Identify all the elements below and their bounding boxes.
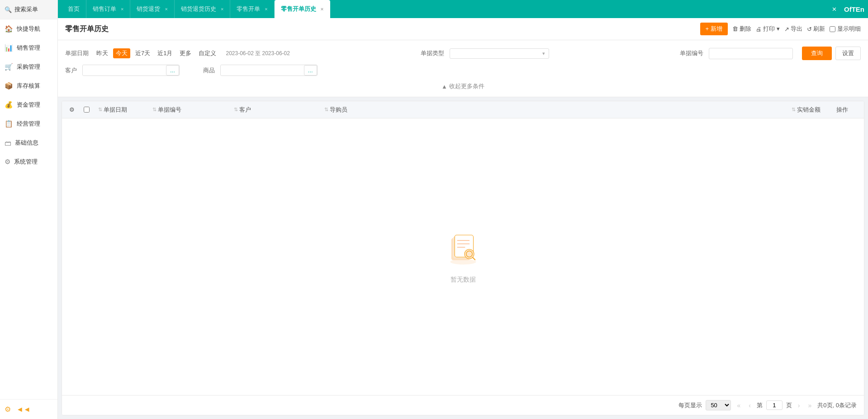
goods-ellipsis[interactable]: ... xyxy=(304,65,317,75)
query-button[interactable]: 查询 xyxy=(802,47,832,60)
tab-sales-return-close[interactable]: × xyxy=(165,6,167,12)
th-amount[interactable]: ⇅ 实销金额 xyxy=(770,106,824,114)
date-btn-more[interactable]: 更多 xyxy=(177,48,194,58)
page-label: 第 xyxy=(757,401,763,410)
toolbar-actions: + 新增 🗑 删除 🖨 🖨 打印 打印 ▾ ↗ 导出 ↺ 刷新 显示 xyxy=(700,23,861,35)
th-customer[interactable]: ⇅ 客户 xyxy=(230,106,321,114)
tab-sales-return-label: 销货退货 xyxy=(137,5,160,13)
settings-icon: ⚙ xyxy=(69,106,75,113)
sort-icon: ⇅ xyxy=(98,107,102,113)
date-label: 单据日期 xyxy=(65,49,89,57)
refresh-button[interactable]: ↺ 刷新 xyxy=(807,25,825,33)
goods-label: 商品 xyxy=(203,66,215,75)
per-page-select[interactable]: 50 10 20 100 xyxy=(706,400,731,410)
last-page-button[interactable]: » xyxy=(806,401,814,410)
sidebar-item-purchase-mgmt[interactable]: 🛒 采购管理 xyxy=(0,57,57,76)
print-button[interactable]: 🖨 🖨 打印 打印 ▾ xyxy=(756,25,780,33)
prev-page-button[interactable]: ‹ xyxy=(746,401,753,410)
tab-retail-open-close[interactable]: × xyxy=(265,6,267,12)
sys-icon: ⚙ xyxy=(5,158,10,166)
sidebar-item-sales-mgmt[interactable]: 📊 销售管理 xyxy=(0,38,57,57)
th-sno-label: 单据编号 xyxy=(158,106,181,114)
empty-state: 暂无数据 xyxy=(443,230,484,284)
page-suffix: 页 xyxy=(786,401,792,410)
table-header: ⚙ ⇅ 单据日期 ⇅ 单据编号 ⇅ 客户 ⇅ xyxy=(62,101,864,118)
tab-sales-return-history-close[interactable]: × xyxy=(221,6,223,12)
delete-button[interactable]: 🗑 删除 xyxy=(732,25,752,33)
tab-home[interactable]: 首页 xyxy=(62,0,86,18)
collapse-sidebar-icon[interactable]: ◄◄ xyxy=(16,405,31,414)
sidebar-item-finance[interactable]: 💰 资金管理 xyxy=(0,95,57,114)
table-body: 暂无数据 xyxy=(62,118,864,395)
sidebar-item-label: 销售管理 xyxy=(17,44,40,52)
sales-icon: 📊 xyxy=(5,44,13,52)
setting-button[interactable]: 设置 xyxy=(835,47,861,60)
tab-sales-return[interactable]: 销货退货 × xyxy=(130,0,174,18)
tab-sales-order[interactable]: 销售订单 × xyxy=(86,0,130,18)
date-btn-1month[interactable]: 近1月 xyxy=(155,48,175,58)
customer-ellipsis[interactable]: ... xyxy=(166,65,179,75)
date-btn-today[interactable]: 今天 xyxy=(113,48,130,58)
tab-retail-open-history[interactable]: 零售开单历史 × xyxy=(275,0,330,18)
topbar: 首页 销售订单 × 销货退货 × 销货退货历史 × 零售开单 × 零售开单历史 … xyxy=(58,0,868,18)
pagination: 每页显示 50 10 20 100 « ‹ 第 1 页 › » 共0页, 0条记… xyxy=(62,395,864,415)
date-range: 2023-06-02 至 2023-06-02 xyxy=(226,50,289,57)
date-btn-7days[interactable]: 近7天 xyxy=(133,48,152,58)
th-sno[interactable]: ⇅ 单据编号 xyxy=(149,106,230,114)
sidebar-search-label: 搜索采单 xyxy=(14,5,38,14)
date-btn-custom[interactable]: 自定义 xyxy=(196,48,218,58)
sidebar-item-label: 库存核算 xyxy=(17,82,40,90)
th-action-label: 操作 xyxy=(836,106,848,114)
th-salesperson[interactable]: ⇅ 导购员 xyxy=(321,106,375,114)
add-button[interactable]: + 新增 xyxy=(700,23,728,35)
select-all-checkbox[interactable] xyxy=(84,107,90,113)
topbar-close-all[interactable]: ✕ xyxy=(832,6,837,13)
th-amount-label: 实销金额 xyxy=(797,106,821,114)
th-action: 操作 xyxy=(824,106,860,114)
tab-sales-order-close[interactable]: × xyxy=(121,6,123,12)
refresh-label: 刷新 xyxy=(813,25,825,33)
goods-input[interactable] xyxy=(221,65,304,75)
th-checkbox[interactable] xyxy=(80,107,95,113)
settings-icon[interactable]: ⚙ xyxy=(5,405,11,414)
sidebar-item-quick-nav[interactable]: 🏠 快捷导航 xyxy=(0,19,57,38)
doc-no-input[interactable] xyxy=(709,48,793,59)
tab-retail-open[interactable]: 零售开单 × xyxy=(230,0,274,18)
sidebar-item-sys-mgmt[interactable]: ⚙ 系统管理 xyxy=(0,152,57,171)
main-area: 首页 销售订单 × 销货退货 × 销货退货历史 × 零售开单 × 零售开单历史 … xyxy=(58,0,868,419)
filter-area: 单据日期 昨天 今天 近7天 近1月 更多 自定义 2023-06-02 至 2… xyxy=(58,40,868,97)
th-settings[interactable]: ⚙ xyxy=(66,106,80,113)
tab-sales-order-label: 销售订单 xyxy=(93,5,116,13)
customer-input[interactable] xyxy=(83,65,166,75)
display-detail-checkbox[interactable] xyxy=(830,26,835,32)
inventory-icon: 📦 xyxy=(5,82,13,90)
tab-sales-return-history[interactable]: 销货退货历史 × xyxy=(175,0,230,18)
export-label: 导出 xyxy=(791,25,802,33)
chevron-up-icon: ▲ xyxy=(441,83,447,90)
purchase-icon: 🛒 xyxy=(5,63,13,71)
per-page-label: 每页显示 xyxy=(678,401,702,410)
date-btn-yesterday[interactable]: 昨天 xyxy=(94,48,110,58)
th-date[interactable]: ⇅ 单据日期 xyxy=(95,106,149,114)
first-page-button[interactable]: « xyxy=(735,401,743,410)
sidebar-item-label: 基础信息 xyxy=(15,139,38,147)
filter-row-2: 客户 ... 商品 ... xyxy=(65,65,861,76)
page-input[interactable]: 1 xyxy=(766,400,783,410)
sidebar-bottom: ⚙ ◄◄ xyxy=(0,399,57,419)
next-page-button[interactable]: › xyxy=(796,401,802,410)
sort-icon: ⇅ xyxy=(792,107,796,113)
customer-label: 客户 xyxy=(65,66,77,75)
export-button[interactable]: ↗ 导出 xyxy=(784,25,802,33)
empty-illustration xyxy=(443,230,484,270)
brand-label: OfTEn xyxy=(844,5,864,13)
sidebar-search[interactable]: 🔍 搜索采单 xyxy=(0,0,57,19)
sidebar-item-ops-mgmt[interactable]: 📋 经营管理 xyxy=(0,114,57,133)
sidebar-item-label: 系统管理 xyxy=(14,158,38,166)
chevron-down-icon: ▾ xyxy=(542,51,545,56)
display-detail-toggle[interactable]: 显示明细 xyxy=(830,25,861,33)
sidebar-item-base-info[interactable]: 🗃 基础信息 xyxy=(0,133,57,152)
collapse-filter-btn[interactable]: ▲ 收起更多条件 xyxy=(65,80,861,90)
sidebar-item-inventory[interactable]: 📦 库存核算 xyxy=(0,76,57,95)
tab-retail-open-history-close[interactable]: × xyxy=(321,6,323,12)
doc-type-select[interactable]: ▾ xyxy=(450,48,549,59)
